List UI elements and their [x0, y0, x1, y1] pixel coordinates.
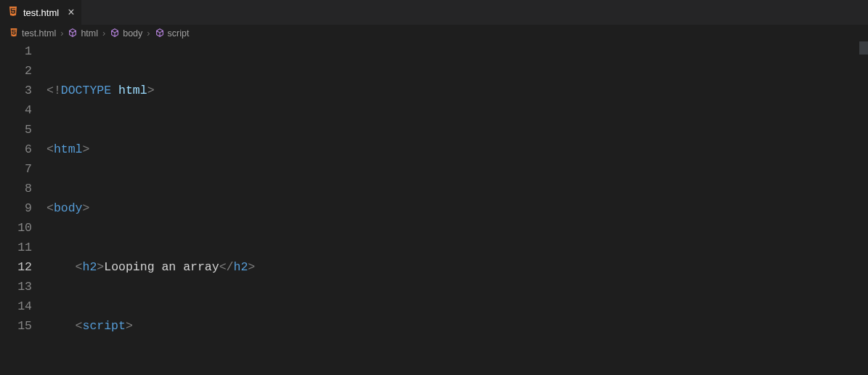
- line-number: 14: [0, 297, 32, 316]
- line-number: 11: [0, 238, 32, 257]
- line-number: 7: [0, 159, 32, 179]
- symbol-cube-icon: [110, 28, 120, 40]
- line-number: 12: [0, 257, 32, 277]
- breadcrumb-label: body: [123, 28, 142, 39]
- code-line[interactable]: <h2>Looping an array</h2>: [45, 257, 868, 277]
- breadcrumb-label: html: [81, 28, 98, 39]
- breadcrumb-html[interactable]: html: [68, 28, 98, 40]
- line-number: 3: [0, 81, 32, 100]
- tab-label: test.html: [23, 7, 59, 18]
- symbol-cube-icon: [68, 28, 78, 40]
- breadcrumb-file[interactable]: test.html: [9, 28, 56, 40]
- line-number: 6: [0, 140, 32, 159]
- code-line[interactable]: <!DOCTYPE html>: [45, 81, 868, 100]
- breadcrumb-label: script: [168, 28, 190, 39]
- tab-bar: test.html ×: [0, 0, 868, 25]
- tab-test-html[interactable]: test.html ×: [0, 0, 82, 25]
- line-number-gutter: 1 2 3 4 5 6 7 8 9 10 11 12 13 14 15: [0, 41, 45, 375]
- line-number: 10: [0, 218, 32, 238]
- code-line[interactable]: <html>: [45, 140, 868, 159]
- editor-area[interactable]: 1 2 3 4 5 6 7 8 9 10 11 12 13 14 15 <!DO…: [0, 41, 868, 375]
- breadcrumb-script[interactable]: script: [155, 28, 190, 40]
- line-number: 8: [0, 179, 32, 198]
- symbol-cube-icon: [155, 28, 165, 40]
- close-icon[interactable]: ×: [68, 6, 74, 19]
- line-number: 4: [0, 100, 32, 120]
- line-number: 5: [0, 120, 32, 140]
- line-number: 13: [0, 277, 32, 297]
- breadcrumb: test.html › html › body › script: [0, 25, 868, 41]
- chevron-right-icon: ›: [102, 28, 105, 39]
- breadcrumb-label: test.html: [22, 28, 56, 39]
- code-content[interactable]: <!DOCTYPE html> <html> <body> <h2>Loopin…: [45, 41, 868, 375]
- code-line[interactable]: <script>: [45, 316, 868, 336]
- line-number: 15: [0, 316, 32, 336]
- html-file-icon: [9, 28, 19, 40]
- breadcrumb-body[interactable]: body: [110, 28, 142, 40]
- chevron-right-icon: ›: [147, 28, 150, 39]
- line-number: 9: [0, 198, 32, 218]
- line-number: 1: [0, 41, 32, 61]
- scrollbar-thumb[interactable]: [859, 41, 868, 55]
- line-number: 2: [0, 61, 32, 81]
- chevron-right-icon: ›: [60, 28, 63, 39]
- code-line[interactable]: <body>: [45, 198, 868, 218]
- html-file-icon: [7, 6, 19, 20]
